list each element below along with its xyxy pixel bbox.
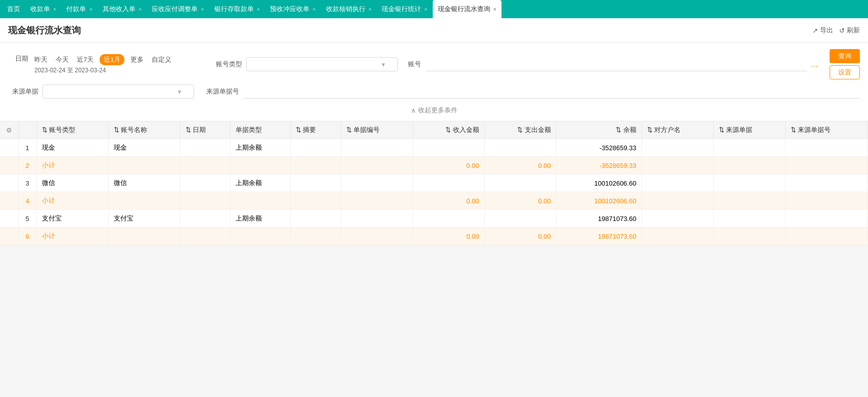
- source-doc-label: 来源单据: [8, 87, 38, 96]
- nav-item-bank-deposit-close[interactable]: ×: [257, 0, 260, 18]
- setting-button[interactable]: 设置: [830, 65, 860, 79]
- td-account-type: 微信: [36, 174, 108, 192]
- td-counterparty: [642, 174, 713, 192]
- filter-area: 日期 昨天 今天 近7天 近1月 更多 自定义 2023-02-24 至 202…: [0, 43, 868, 121]
- chevron-down-icon-2: ▾: [178, 88, 181, 96]
- th-counterparty: ⇅ 对方户名: [642, 121, 713, 139]
- td-gear: [0, 210, 18, 228]
- th-date: ⇅ 日期: [180, 121, 231, 139]
- gear-icon[interactable]: ⚙: [6, 126, 12, 134]
- account-type-select[interactable]: ▾: [246, 57, 398, 71]
- table-row: 1现金现金上期余额-3528659.33: [0, 139, 868, 157]
- table-row: 6小计0.000.0019871073.60: [0, 228, 868, 245]
- td-num: 1: [18, 139, 36, 157]
- td-date: [180, 139, 231, 157]
- td-date: [180, 228, 231, 245]
- account-dots-button[interactable]: ...: [811, 60, 817, 69]
- nav-item-prepay[interactable]: 预收冲应收单 ×: [265, 0, 321, 18]
- td-source-doc: [713, 157, 785, 174]
- date-opt-7days[interactable]: 近7天: [75, 54, 96, 65]
- td-income: [413, 210, 484, 228]
- nav-item-receipt-label: 收款单: [30, 0, 50, 18]
- td-expense: 0.00: [484, 157, 556, 174]
- nav-item-receipt[interactable]: 收款单 ×: [25, 0, 61, 18]
- td-expense: 0.00: [484, 192, 556, 210]
- filter-row-2: 来源单据 ▾ 来源单据号: [8, 84, 860, 99]
- td-gear: [0, 192, 18, 210]
- td-income: [413, 174, 484, 192]
- td-expense: [484, 174, 556, 192]
- td-counterparty: [642, 228, 713, 245]
- td-counterparty: [642, 210, 713, 228]
- td-doc-no: [341, 228, 413, 245]
- nav-item-bank-deposit[interactable]: 银行存取款单 ×: [209, 0, 265, 18]
- export-icon: ↗: [812, 27, 818, 34]
- table-row: 3微信微信上期余额100102606.60: [0, 174, 868, 192]
- td-account-name: [108, 157, 180, 174]
- date-opt-today[interactable]: 今天: [54, 54, 71, 65]
- nav-item-payment[interactable]: 付款单 ×: [61, 0, 97, 18]
- th-expense: ⇅ 支出金额: [484, 121, 556, 139]
- td-source-doc-no: [785, 174, 867, 192]
- th-source-doc-no-label: ⇅ 来源单据号: [791, 126, 831, 134]
- th-num: [18, 121, 36, 139]
- export-button[interactable]: ↗ 导出: [812, 26, 833, 35]
- td-balance: 19871073.60: [556, 228, 642, 245]
- date-opt-yesterday[interactable]: 昨天: [32, 54, 50, 65]
- nav-item-other-income-close[interactable]: ×: [139, 0, 142, 18]
- nav-item-bank-deposit-label: 银行存取款单: [214, 0, 254, 18]
- nav-item-payment-close[interactable]: ×: [89, 0, 92, 18]
- account-label: 账号: [406, 60, 421, 69]
- td-source-doc-no: [785, 210, 867, 228]
- td-counterparty: [642, 192, 713, 210]
- td-source-doc: [713, 228, 785, 245]
- td-income: 0.00: [413, 157, 484, 174]
- th-summary-label: ⇅ 摘要: [296, 126, 316, 134]
- table-row: 5支付宝支付宝上期余额19871073.60: [0, 210, 868, 228]
- date-range: 2023-02-24 至 2023-03-24: [34, 66, 173, 75]
- td-summary: [290, 210, 341, 228]
- nav-item-cash-stats-close[interactable]: ×: [424, 0, 427, 18]
- nav-item-collection[interactable]: 收款核销执行 ×: [321, 0, 377, 18]
- chevron-down-icon: ▾: [382, 61, 385, 68]
- td-account-name: [108, 192, 180, 210]
- nav-item-receipt-close[interactable]: ×: [53, 0, 56, 18]
- table-body: 1现金现金上期余额-3528659.332小计0.000.00-3528659.…: [0, 139, 868, 245]
- collapse-bar[interactable]: ∧ 收起更多条件: [8, 104, 860, 117]
- td-date: [180, 210, 231, 228]
- date-opt-more[interactable]: 更多: [128, 54, 146, 65]
- refresh-button[interactable]: ↺ 刷新: [839, 26, 860, 35]
- nav-item-cash-flow-close[interactable]: ×: [493, 0, 496, 18]
- td-balance: -3528659.33: [556, 157, 642, 174]
- date-options: 昨天 今天 近7天 近1月 更多 自定义: [32, 54, 173, 65]
- th-summary: ⇅ 摘要: [290, 121, 341, 139]
- td-summary: [290, 157, 341, 174]
- export-label: 导出: [820, 26, 833, 35]
- nav-item-adjustment-close[interactable]: ×: [201, 0, 204, 18]
- nav-item-cash-stats[interactable]: 现金银行统计 ×: [377, 0, 432, 18]
- date-opt-1month[interactable]: 近1月: [100, 54, 124, 65]
- td-source-doc: [713, 210, 785, 228]
- th-account-type: ⇅ 账号类型: [36, 121, 108, 139]
- nav-item-collection-close[interactable]: ×: [369, 0, 372, 18]
- nav-item-home[interactable]: 首页: [2, 0, 25, 18]
- nav-item-other-income[interactable]: 其他收入单 ×: [98, 0, 147, 18]
- th-doc-no: ⇅ 单据编号: [341, 121, 413, 139]
- th-doc-type-label: 单据类型: [236, 126, 262, 134]
- date-opt-custom[interactable]: 自定义: [150, 54, 173, 65]
- td-num: 2: [18, 157, 36, 174]
- nav-item-prepay-close[interactable]: ×: [312, 0, 315, 18]
- nav-item-cash-flow[interactable]: 现金银行流水查询 ×: [433, 0, 501, 18]
- nav-item-adjustment[interactable]: 应收应付调整单 ×: [147, 0, 209, 18]
- collapse-icon: ∧: [411, 107, 416, 114]
- td-balance: 19871073.60: [556, 210, 642, 228]
- query-button[interactable]: 查询: [830, 49, 860, 63]
- source-doc-select[interactable]: ▾: [42, 84, 194, 99]
- td-account-name: 微信: [108, 174, 180, 192]
- td-num: 6: [18, 228, 36, 245]
- td-summary: [290, 139, 341, 157]
- th-income-label: ⇅ 收入金额: [445, 126, 479, 134]
- th-account-name-label: ⇅ 账号名称: [114, 126, 148, 134]
- nav-item-home-label: 首页: [7, 0, 20, 18]
- top-nav: 首页 收款单 × 付款单 × 其他收入单 × 应收应付调整单 × 银行存取款单 …: [0, 0, 868, 18]
